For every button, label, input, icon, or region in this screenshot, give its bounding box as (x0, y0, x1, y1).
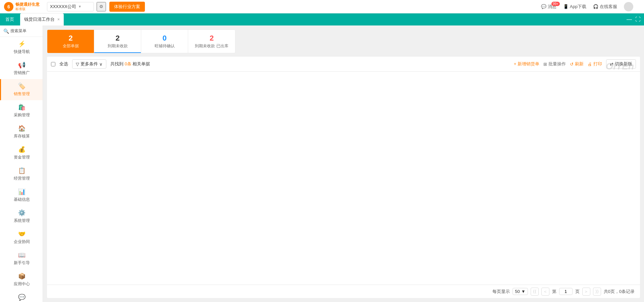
trial-button[interactable]: 体验行业方案 (109, 2, 145, 12)
filter-button[interactable]: ▽ 更多条件 ∨ (72, 59, 106, 69)
minimize-icon[interactable]: — (627, 16, 632, 22)
stat-underline-overdue (94, 52, 141, 53)
app-download-button[interactable]: 📱 App下载 (563, 4, 586, 10)
tab-active[interactable]: 钱货日清工作台 × (20, 13, 64, 25)
page-size-label: 每页显示 (492, 289, 510, 295)
settings-button[interactable]: ⚙ (97, 2, 106, 11)
batch-icon: ⊞ (543, 62, 547, 67)
service-icon: 🎧 (593, 4, 598, 9)
logo-area: 6 畅捷通好生意 标准版 (4, 2, 47, 11)
tab-bar: 首页 钱货日清工作台 × — ⛶ (0, 13, 644, 25)
page-size-value: 50 (515, 289, 520, 294)
switch-icon: ⇄ (610, 62, 613, 67)
sidebar-item-purchase[interactable]: 🛍️ 采购管理 (0, 100, 43, 121)
expand-icon[interactable]: ⛶ (635, 16, 641, 22)
sales-icon: 🏷️ (18, 82, 25, 90)
marketing-icon: 📢 (18, 61, 25, 69)
sidebar-item-enterprise[interactable]: 🤝 企业协同 (0, 227, 43, 248)
first-page-button[interactable]: ⟨⟨ (531, 288, 539, 296)
sidebar-label-marketing: 营销推广 (14, 70, 30, 76)
online-service-button[interactable]: 🎧 在线客服 (593, 4, 617, 10)
print-icon: 🖨 (588, 62, 592, 67)
refresh-icon: ↺ (570, 62, 574, 67)
page-input[interactable] (559, 288, 573, 295)
toolbar: 全选 ▽ 更多条件 ∨ 共找到 0条 相关单据 + 新增销货单 ⊞ 批量操作 (47, 57, 640, 72)
operation-icon: 📋 (18, 167, 25, 174)
stat-card-all[interactable]: 2 全部单据 (47, 30, 94, 53)
company-selector[interactable]: XXXXXX公司 ▼ (47, 2, 94, 11)
header-right: 💬 消息 99+ 📱 App下载 🎧 在线客服 (541, 2, 640, 11)
purchase-icon: 🛍️ (18, 104, 25, 111)
stat-number-overdue: 2 (100, 34, 136, 43)
content-area: 2 全部单据 2 到期未收款 0 旺辅待确认 2 到期未收款 已出库 全选 (43, 25, 644, 302)
sidebar-item-wechat-biz[interactable]: 💬 企业微信 (0, 290, 43, 302)
sidebar-label-quick-nav: 快捷导航 (14, 49, 30, 55)
system-icon: ⚙️ (18, 209, 25, 217)
logo-sub: 标准版 (15, 7, 40, 11)
refresh-button[interactable]: ↺ 刷新 (570, 61, 584, 67)
sidebar-label-inventory: 库存核算 (14, 133, 30, 139)
sidebar-label-base-info: 基础信息 (14, 197, 30, 202)
switch-version-button[interactable]: ⇄ 切换新版 (606, 59, 636, 69)
stat-number-all: 2 (53, 34, 89, 43)
search-menu-label: 搜索菜单 (10, 28, 26, 34)
last-page-button[interactable]: ⟩⟩ (593, 288, 601, 296)
top-header: 6 畅捷通好生意 标准版 XXXXXX公司 ▼ ⚙ 体验行业方案 💬 消息 99… (0, 0, 644, 13)
stat-label-overdue: 到期未收款 (100, 43, 136, 49)
page-unit: 页 (575, 289, 580, 295)
batch-button[interactable]: ⊞ 批量操作 (543, 61, 566, 67)
sidebar-search[interactable]: 🔍 搜索菜单 (0, 25, 43, 37)
sidebar-label-system: 系统管理 (14, 218, 30, 224)
sidebar-item-sales[interactable]: 🏷️ 销售管理 (0, 79, 43, 100)
sidebar-item-inventory[interactable]: 🏠 库存核算 (0, 121, 43, 142)
app-center-icon: 📦 (18, 273, 25, 280)
sidebar: 🔍 搜索菜单 ⚡ 快捷导航 📢 营销推广 🏷️ 销售管理 🛍️ 采购管理 🏠 库… (0, 25, 43, 302)
refresh-label: 刷新 (575, 61, 584, 67)
message-badge: 99+ (551, 2, 560, 6)
print-button[interactable]: 🖨 打印 (588, 61, 602, 67)
table-area (47, 72, 640, 285)
next-page-button[interactable]: ＞ (582, 288, 590, 296)
tab-home[interactable]: 首页 (0, 13, 19, 25)
stat-card-overdue[interactable]: 2 到期未收款 (94, 30, 141, 53)
page-size-select[interactable]: 50 ▼ (513, 288, 528, 295)
logo-text: 畅捷通好生意 标准版 (15, 2, 40, 11)
sidebar-item-quick-nav[interactable]: ⚡ 快捷导航 (0, 37, 43, 58)
sidebar-item-guide[interactable]: 📖 新手引导 (0, 248, 43, 269)
stat-label-unshipped: 到期未收款 已出库 (194, 43, 230, 49)
white-panel: 全选 ▽ 更多条件 ∨ 共找到 0条 相关单据 + 新增销货单 ⊞ 批量操作 (47, 57, 640, 298)
download-icon: 📱 (563, 4, 569, 9)
sidebar-item-system[interactable]: ⚙️ 系统管理 (0, 206, 43, 227)
stat-label-all: 全部单据 (53, 43, 89, 49)
base-info-icon: 📊 (18, 188, 25, 195)
sidebar-item-finance[interactable]: 💰 资金管理 (0, 142, 43, 164)
sidebar-label-purchase: 采购管理 (14, 112, 30, 118)
chevron-down-icon: ▼ (78, 5, 82, 8)
sidebar-item-app-center[interactable]: 📦 应用中心 (0, 269, 43, 290)
sidebar-label-app-center: 应用中心 (14, 281, 30, 287)
print-label: 打印 (593, 61, 602, 67)
filter-icon: ▽ (76, 62, 79, 67)
prev-page-button[interactable]: ＜ (541, 288, 549, 296)
switch-label: 切换新版 (615, 61, 632, 67)
stat-card-pending[interactable]: 0 旺辅待确认 (141, 30, 188, 53)
page-size-chevron: ▼ (521, 289, 526, 294)
online-service-label: 在线客服 (600, 4, 617, 10)
sidebar-item-operation[interactable]: 📋 经营管理 (0, 164, 43, 185)
sidebar-label-enterprise: 企业协同 (14, 239, 30, 245)
wechat-biz-icon: 💬 (18, 294, 25, 301)
tab-close-icon[interactable]: × (57, 17, 60, 22)
avatar[interactable] (624, 2, 633, 11)
message-button[interactable]: 💬 消息 99+ (541, 4, 556, 10)
batch-label: 批量操作 (548, 61, 566, 67)
sidebar-item-base-info[interactable]: 📊 基础信息 (0, 185, 43, 206)
sidebar-label-guide: 新手引导 (14, 260, 30, 266)
company-name: XXXXXX公司 (50, 4, 76, 10)
stat-card-unshipped[interactable]: 2 到期未收款 已出库 (188, 30, 235, 53)
new-order-button[interactable]: + 新增销货单 (514, 61, 539, 67)
found-suffix: 相关单据 (132, 61, 150, 66)
sidebar-item-marketing[interactable]: 📢 营销推广 (0, 58, 43, 79)
finance-icon: 💰 (18, 146, 25, 153)
select-all-checkbox[interactable] (51, 62, 55, 66)
search-icon: 🔍 (3, 28, 9, 34)
